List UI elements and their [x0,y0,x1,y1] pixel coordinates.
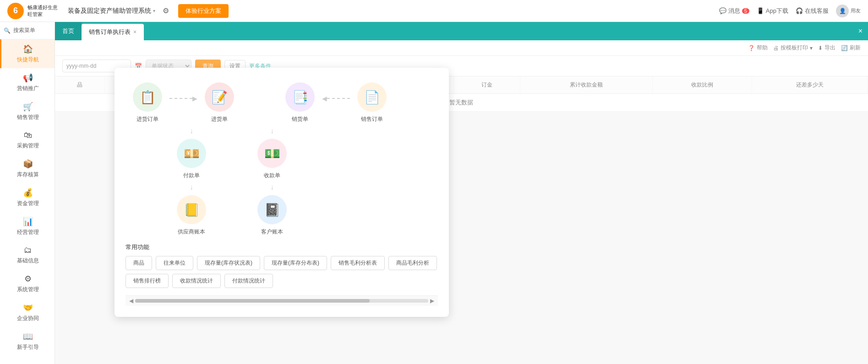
func-btn-sales-margin[interactable]: 销售毛利分析表 [331,256,385,270]
flow-row-5: 📒 供应商账本 📓 客户账本 [126,191,438,239]
purchase-order-node[interactable]: 📋 进货订单 [126,79,169,127]
enterprise-icon: 🤝 [23,303,33,313]
message-label: 消息 [728,7,740,15]
purchase-order-icon: 📋 [140,90,156,105]
supplier-ledger-node[interactable]: 📒 供应商账本 [169,191,213,239]
search-menu[interactable]: 🔍 搜索菜单 [0,22,55,39]
settings-icon[interactable]: ⚙ [163,6,169,15]
tab-bar-close-icon[interactable]: × [858,27,863,35]
sidebar-item-label: 营销推广 [17,85,39,92]
func-btn-goods-margin[interactable]: 商品毛利分析 [388,256,437,270]
arrow-spacer-1 [126,127,169,135]
sidebar-item-label: 基础信息 [17,257,39,265]
func-btn-sales-rank[interactable]: 销售排行榜 [126,274,169,288]
customer-ledger-icon: 📓 [264,202,280,217]
sidebar-item-label: 资金管理 [17,200,39,207]
sidebar-item-sales[interactable]: 🛒 销售管理 [0,97,55,126]
search-icon: 🔍 [4,27,11,34]
system-dropdown-arrow: ▾ [153,8,155,13]
logo-area: 6 畅康通好生意 旺管家 [7,3,62,19]
func-btn-goods[interactable]: 商品 [126,256,152,270]
receipt-bill-node[interactable]: 💵 收款单 [250,135,294,183]
basic-icon: 🗂 [24,245,32,255]
func-btn-partners[interactable]: 往来单位 [156,256,193,270]
system-title: 装备及固定资产辅助管理系统 [68,7,151,15]
sales-bill-node[interactable]: 📑 销货单 [278,79,322,127]
common-functions-title: 常用功能 [126,243,438,251]
arrow-down-receipt: ↓ [250,183,294,191]
online-service-item[interactable]: 🎧 在线客服 [796,7,829,15]
flow-row-arrows-2: ↓ ↓ [126,183,438,191]
sidebar-item-finance[interactable]: 💰 资金管理 [0,183,55,212]
customer-ledger-circle: 📓 [257,195,287,224]
row4-spacer-1 [126,183,169,191]
tab-active[interactable]: 销售订单执行表 × [82,24,144,40]
modal-scrollbar: ◀ ▶ [126,295,438,306]
sidebar-item-marketing[interactable]: 📢 营销推广 [0,68,55,97]
sales-order-node[interactable]: 📄 销售订单 [350,79,394,127]
scroll-right-arrow[interactable]: ▶ [430,298,434,304]
page-content: ❓ 帮助 🖨 按模板打印 ▾ ⬇ 导出 🔄 刷新 [55,40,868,364]
home-icon: 🏠 [23,44,33,54]
flow-diagram: 📋 进货订单 ▶ [126,79,438,239]
tab-close-icon[interactable]: × [133,29,136,35]
main-layout: 🔍 搜索菜单 🏠 快捷导航 📢 营销推广 🛒 销售管理 🛍 采购管理 📦 库存核… [0,22,868,364]
sidebar-item-label: 库存核算 [17,171,39,179]
sidebar-item-operations[interactable]: 📊 经营管理 [0,212,55,241]
func-btn-receipt-stats[interactable]: 收款情况统计 [172,274,221,288]
message-item[interactable]: 💬 消息 5 [719,7,749,15]
trial-button[interactable]: 体验行业方案 [178,4,229,18]
sales-order-icon: 📄 [364,90,380,105]
payment-bill-icon: 💴 [184,146,200,161]
sidebar-item-inventory[interactable]: 📦 库存核算 [0,154,55,183]
payment-bill-node[interactable]: 💴 付款单 [169,135,213,183]
app-download-label: App下载 [766,7,788,15]
modal-overlay[interactable]: 📋 进货订单 ▶ [55,40,868,364]
marketing-icon: 📢 [23,73,33,83]
sidebar-item-label: 销售管理 [17,114,39,121]
row4-spacer-2 [213,183,250,191]
common-functions-section: 常用功能 商品 往来单位 现存量(库存状况表) 现存量(库存分布表) 销售毛利分… [126,243,438,288]
app-download-item[interactable]: 📱 App下载 [757,7,788,15]
inventory-icon: 📦 [23,159,33,169]
flow-row-arrows: ↓ ↓ [126,127,438,135]
purchase-icon: 🛍 [24,130,32,140]
flow-row-1: 📋 进货订单 ▶ [126,79,438,127]
func-btn-payment-stats[interactable]: 付款情况统计 [224,274,273,288]
scroll-track[interactable] [135,299,428,303]
purchase-bill-icon: 📝 [212,90,228,105]
system-selector[interactable]: 装备及固定资产辅助管理系统 ▾ [68,7,155,15]
sidebar-item-quick-guide[interactable]: 🏠 快捷导航 [0,39,55,68]
tab-home[interactable]: 首页 [55,22,82,40]
arrow-down-sb: ↓ [250,127,294,135]
finance-icon: 💰 [23,188,33,198]
content-area: 首页 销售订单执行表 × × ❓ 帮助 🖨 按模板打印 ▾ [55,22,868,364]
sidebar-item-label: 新手引导 [17,343,39,351]
sidebar-item-system[interactable]: ⚙ 系统管理 [0,269,55,298]
scroll-left-arrow[interactable]: ◀ [129,298,133,304]
sidebar-item-label: 快捷导航 [17,56,39,64]
home-tab-label: 首页 [62,27,74,35]
message-badge: 5 [742,8,749,14]
flow-row-3: 💴 付款单 💵 收款单 [126,135,438,183]
arrow-spacer-2 [213,127,250,135]
sales-bill-circle: 📑 [285,82,315,112]
sales-order-label: 销售订单 [361,115,383,123]
payment-bill-label: 付款单 [183,172,200,179]
headset-icon: 🎧 [796,7,803,14]
func-btn-stock-dist[interactable]: 现存量(库存分布表) [264,256,327,270]
sidebar-item-newbie[interactable]: 📖 新手引导 [0,327,55,356]
user-area[interactable]: 👤 用友 [836,5,861,17]
sidebar-item-enterprise[interactable]: 🤝 企业协同 [0,298,55,327]
purchase-order-circle: 📋 [133,82,162,112]
arrow-po-to-pb: ▶ [169,95,197,111]
function-buttons-row-2: 销售排行榜 收款情况统计 付款情况统计 [126,274,438,288]
supplier-ledger-icon: 📒 [184,202,200,217]
arrow-down-pb: ↓ [169,127,213,135]
sidebar-item-basic[interactable]: 🗂 基础信息 [0,241,55,269]
purchase-bill-node[interactable]: 📝 进货单 [197,79,241,127]
func-btn-stock-status[interactable]: 现存量(库存状况表) [197,256,260,270]
sidebar-item-purchase[interactable]: 🛍 采购管理 [0,126,55,154]
sales-bill-label: 销货单 [292,115,308,123]
customer-ledger-node[interactable]: 📓 客户账本 [250,191,294,239]
